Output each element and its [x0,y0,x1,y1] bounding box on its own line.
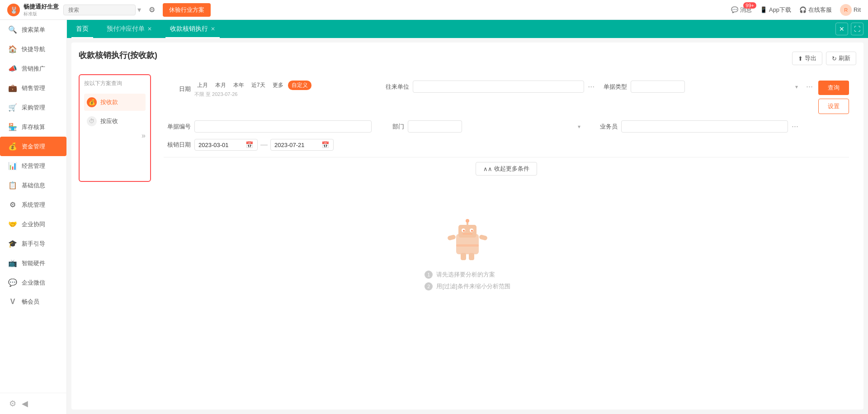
step-1-text: 请先选择要分析的方案 [436,271,495,279]
sidebar-item-enterprise-collab[interactable]: 🤝 企业协同 [0,214,66,234]
newbie-icon: 🎓 [8,239,17,248]
phone-icon: 📱 [760,6,767,13]
date-shortcut-7days[interactable]: 近7天 [249,81,268,90]
query-button[interactable]: 查询 [818,81,849,95]
app-download-button[interactable]: 📱 App下载 [760,6,791,14]
tab-close-button[interactable]: ✕ [835,23,848,35]
svg-point-5 [471,230,473,232]
writeoff-date-end-wrap: 📅 [270,139,334,151]
writeoff-date-start-input[interactable] [198,142,244,148]
filter-row-1: 日期 上月 本月 本年 近7天 更多 自定义 不限 至 2023-07-26 [164,81,849,114]
filter-area: 按以下方案查询 💰 按收款 ⏱ 按应收 » 日期 [79,74,856,182]
sidebar-label: 基础信息 [22,181,45,190]
sidebar-item-enterprise-wechat[interactable]: 💬 企业微信 [0,273,66,292]
svg-rect-10 [461,253,466,260]
settings-bottom-icon[interactable]: ⚙ [8,399,17,409]
top-bar-search-area: ▾ [63,5,141,15]
date-shortcut-last-month[interactable]: 上月 [194,81,211,90]
home-icon: 🏠 [8,45,17,53]
date-shortcut-custom[interactable]: 自定义 [288,81,311,90]
sidebar-item-quick-nav[interactable]: 🏠 快捷导航 [0,39,66,59]
filter-row-3: 核销日期 📅 — 📅 [164,139,849,151]
tab-close-pre-payment-icon[interactable]: ✕ [147,26,152,32]
sidebar-item-vip[interactable]: V 畅会员 [0,292,66,311]
receipt-option-icon: 💰 [87,97,97,107]
settings-button[interactable]: 设置 [818,99,849,114]
empty-steps: 1 请先选择要分析的方案 2 用[过滤]条件来缩小分析范围 [425,271,510,290]
collapse-sidebar-button[interactable]: ◀ [22,399,28,409]
page-title: 收款核销执行(按收款) [79,50,157,61]
system-icon: ⚙ [8,200,17,209]
step-num-1: 1 [425,271,433,279]
refresh-button[interactable]: ↻ 刷新 [826,52,856,65]
query-buttons: 查询 设置 [818,81,849,114]
date-label: 日期 [164,85,191,93]
svg-rect-9 [479,234,488,241]
sidebar-label: 采购管理 [22,104,45,112]
tab-bar-right-buttons: ✕ ⛶ [831,23,868,35]
writeoff-date-end-input[interactable] [274,142,320,148]
industry-button[interactable]: 休验行业方案 [163,3,211,17]
voucher-type-ellipsis-icon[interactable]: ··· [806,82,813,91]
tab-fullscreen-button[interactable]: ⛶ [851,23,863,35]
refresh-label: 刷新 [839,54,850,62]
sidebar-item-basic-info[interactable]: 📋 基础信息 [0,176,66,195]
sidebar-item-marketing[interactable]: 📣 营销推广 [0,59,66,78]
online-service-button[interactable]: 🎧 在线客服 [799,6,832,14]
chevron-down-icon[interactable]: ▾ [137,5,141,14]
counterpart-ellipsis-icon[interactable]: ··· [588,82,594,91]
tab-close-receipt-icon[interactable]: ✕ [211,26,215,32]
sidebar-label: 库存核算 [22,123,45,131]
filter-option-by-receipt[interactable]: 💰 按收款 [84,94,146,111]
logo-icon: 🐰 [7,4,20,16]
svg-rect-12 [456,244,479,247]
search-input[interactable] [63,5,136,15]
message-button[interactable]: 💬 消息 99+ [731,6,752,14]
date-shortcut-this-month[interactable]: 本月 [212,81,229,90]
tab-home-label: 首页 [76,25,89,33]
sidebar-item-system[interactable]: ⚙ 系统管理 [0,195,66,214]
filter-sidebar-collapse-icon[interactable]: » [84,132,146,140]
voucher-type-select[interactable] [631,81,685,93]
page-header: 收款核销执行(按收款) ⬆ 导出 ↻ 刷新 [79,50,856,67]
chevron-up-icon: ∧∧ [483,166,492,172]
tab-receipt-writeoff-label: 收款核销执行 [170,25,208,33]
dept-select[interactable] [408,120,462,133]
receivable-option-label: 按应收 [100,117,118,125]
sidebar-label: 销售管理 [22,84,45,92]
sidebar-item-sales[interactable]: 💼 销售管理 [0,78,66,98]
sidebar-item-newbie[interactable]: 🎓 新手引导 [0,234,66,253]
export-button[interactable]: ⬆ 导出 [792,52,822,65]
sidebar-item-purchase[interactable]: 🛒 采购管理 [0,98,66,117]
calendar-start-icon[interactable]: 📅 [245,141,253,148]
gear-button[interactable]: ⚙ [146,4,158,16]
tab-home[interactable]: 首页 [67,20,98,38]
tab-pre-payment[interactable]: 预付冲应付单 ✕ [98,20,161,38]
tab-receipt-writeoff[interactable]: 收款核销执行 ✕ [161,20,224,38]
date-shortcut-more[interactable]: 更多 [270,81,286,90]
staff-group: 业务员 ··· [590,120,798,133]
tab-bar: 首页 预付冲应付单 ✕ 收款核销执行 ✕ ✕ ⛶ [67,20,868,38]
sidebar-item-inventory[interactable]: 🏪 库存核算 [0,117,66,137]
filter-option-by-receivable[interactable]: ⏱ 按应收 [84,113,146,130]
sidebar-item-operation[interactable]: 📊 经营管理 [0,156,66,176]
voucher-no-input[interactable] [194,120,372,133]
sidebar-item-smart-hardware[interactable]: 📺 智能硬件 [0,253,66,273]
operation-icon: 📊 [8,162,17,170]
empty-state: 1 请先选择要分析的方案 2 用[过滤]条件来缩小分析范围 [79,218,856,290]
logo-text-area: 畅捷通好生意 标准版 [24,3,59,17]
top-bar-left: 🐰 畅捷通好生意 标准版 ▾ ⚙ 休验行业方案 [7,3,211,17]
sidebar-item-search-menu[interactable]: 🔍 搜索菜单 [0,20,66,39]
calendar-end-icon[interactable]: 📅 [321,141,329,148]
user-info[interactable]: R Rit [840,4,861,16]
staff-input[interactable] [621,120,788,133]
tab-pre-payment-label: 预付冲应付单 [107,25,145,33]
sidebar-label: 快捷导航 [22,45,45,53]
counterpart-input[interactable] [413,81,585,93]
online-service-label: 在线客服 [808,6,832,14]
more-conditions-button[interactable]: ∧∧ 收起更多条件 [476,162,537,176]
date-shortcut-this-year[interactable]: 本年 [231,81,247,90]
logo-sub: 标准版 [24,11,59,17]
sidebar-item-capital[interactable]: 💰 资金管理 [0,137,66,156]
staff-ellipsis-icon[interactable]: ··· [792,122,798,131]
